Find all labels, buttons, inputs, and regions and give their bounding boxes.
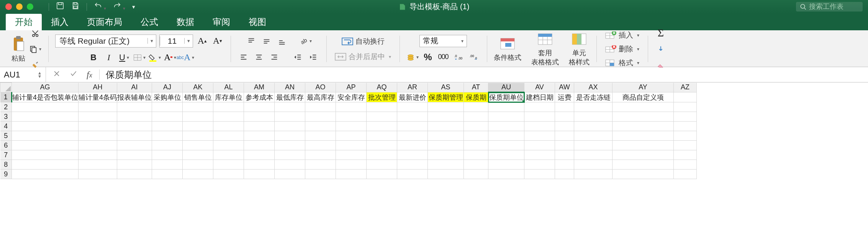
cell[interactable] xyxy=(428,112,464,122)
cell[interactable] xyxy=(397,131,428,141)
cell[interactable] xyxy=(305,160,336,170)
cell[interactable] xyxy=(488,131,524,141)
cell[interactable] xyxy=(117,170,152,179)
column-header[interactable]: AM xyxy=(244,83,275,92)
cell[interactable] xyxy=(117,112,152,122)
cell[interactable] xyxy=(183,170,213,179)
sheet-search-input[interactable] xyxy=(809,3,859,11)
cell[interactable] xyxy=(244,112,275,122)
tab-review[interactable]: 审阅 xyxy=(203,14,239,30)
cell[interactable] xyxy=(305,122,336,131)
cell[interactable]: 最新进价 xyxy=(397,92,428,102)
cell[interactable] xyxy=(488,112,524,122)
cell[interactable] xyxy=(613,170,674,179)
bold-button[interactable]: B xyxy=(87,51,100,64)
cell[interactable] xyxy=(305,170,336,179)
cell[interactable] xyxy=(488,102,524,112)
cell[interactable] xyxy=(428,170,464,179)
undo-button[interactable] xyxy=(94,2,106,12)
cell[interactable] xyxy=(12,102,79,112)
column-header[interactable]: AQ xyxy=(367,83,397,92)
save-icon[interactable] xyxy=(71,2,80,12)
cell[interactable] xyxy=(555,112,574,122)
cell[interactable]: 采购单位 xyxy=(152,92,183,102)
column-header[interactable]: AK xyxy=(183,83,213,92)
row-header[interactable]: 3 xyxy=(0,112,12,122)
cell[interactable] xyxy=(428,141,464,150)
column-header[interactable]: AY xyxy=(613,83,674,92)
cell[interactable] xyxy=(305,150,336,160)
cell[interactable]: 安全库存 xyxy=(336,92,367,102)
cell[interactable] xyxy=(117,150,152,160)
cell[interactable] xyxy=(397,141,428,150)
cell[interactable]: 参考成本 xyxy=(244,92,275,102)
column-header[interactable]: AT xyxy=(464,83,488,92)
cell[interactable] xyxy=(555,150,574,160)
cell[interactable] xyxy=(117,122,152,131)
cell[interactable] xyxy=(183,122,213,131)
cell[interactable] xyxy=(574,112,613,122)
cell[interactable] xyxy=(524,102,555,112)
cell[interactable] xyxy=(367,160,397,170)
column-header[interactable]: AX xyxy=(574,83,613,92)
cell[interactable] xyxy=(336,150,367,160)
cell[interactable] xyxy=(183,141,213,150)
cell[interactable] xyxy=(117,102,152,112)
increase-indent-button[interactable] xyxy=(307,51,319,63)
cell[interactable] xyxy=(397,122,428,131)
cell[interactable] xyxy=(244,122,275,131)
align-left-button[interactable] xyxy=(237,51,250,63)
cell[interactable] xyxy=(613,102,674,112)
cell[interactable] xyxy=(244,170,275,179)
cell[interactable] xyxy=(213,102,244,112)
row-header[interactable]: 7 xyxy=(0,150,12,160)
formula-input[interactable]: 保质期单位 xyxy=(100,69,152,81)
cell[interactable] xyxy=(464,112,488,122)
font-size-select[interactable]: 11▾ xyxy=(159,35,193,48)
cell[interactable] xyxy=(244,141,275,150)
cell[interactable] xyxy=(613,122,674,131)
cell[interactable] xyxy=(524,150,555,160)
cell[interactable] xyxy=(367,131,397,141)
cell[interactable] xyxy=(152,170,183,179)
cell[interactable] xyxy=(488,170,524,179)
cell[interactable] xyxy=(397,150,428,160)
cell[interactable] xyxy=(488,122,524,131)
cell[interactable] xyxy=(79,160,117,170)
column-header[interactable]: AG xyxy=(12,83,79,92)
select-all-corner[interactable] xyxy=(0,83,12,92)
column-header[interactable]: AP xyxy=(336,83,367,92)
format-cells-button[interactable]: 格式 xyxy=(603,57,641,69)
cell[interactable] xyxy=(397,102,428,112)
cell[interactable] xyxy=(213,122,244,131)
currency-button[interactable] xyxy=(406,51,419,63)
increase-decimal-button[interactable]: .0.00 xyxy=(452,51,465,63)
cell[interactable] xyxy=(244,160,275,170)
cell[interactable] xyxy=(555,170,574,179)
column-header[interactable]: AR xyxy=(397,83,428,92)
cut-button[interactable] xyxy=(29,28,41,40)
cell[interactable] xyxy=(464,170,488,179)
cell[interactable] xyxy=(464,102,488,112)
cell[interactable] xyxy=(152,150,183,160)
cell[interactable] xyxy=(464,150,488,160)
cell[interactable] xyxy=(117,141,152,150)
cell[interactable] xyxy=(555,122,574,131)
cell[interactable]: 保质期管理 xyxy=(428,92,464,102)
borders-button[interactable] xyxy=(133,51,146,64)
copy-button[interactable] xyxy=(29,43,41,55)
cancel-formula-button[interactable] xyxy=(53,70,61,79)
clear-button[interactable] xyxy=(655,59,667,71)
column-header[interactable]: AI xyxy=(117,83,152,92)
cell[interactable] xyxy=(555,102,574,112)
cell[interactable] xyxy=(244,150,275,160)
tab-view[interactable]: 视图 xyxy=(239,14,275,30)
row-header[interactable]: 5 xyxy=(0,131,12,141)
cell[interactable] xyxy=(12,122,79,131)
cell[interactable] xyxy=(213,150,244,160)
align-top-button[interactable] xyxy=(245,35,257,47)
cell[interactable] xyxy=(79,112,117,122)
row-header[interactable]: 6 xyxy=(0,141,12,150)
cell[interactable] xyxy=(183,112,213,122)
cell[interactable] xyxy=(574,131,613,141)
